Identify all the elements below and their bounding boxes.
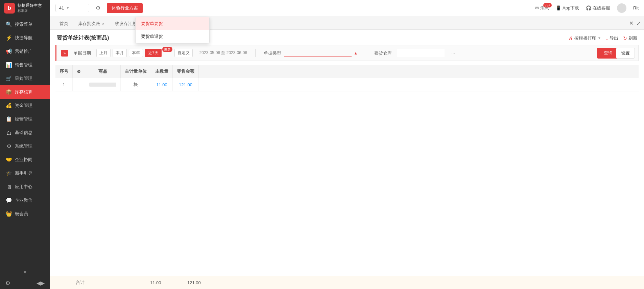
print-icon: 🖨 <box>568 36 573 41</box>
col-qty: 主数量 <box>151 65 173 78</box>
sidebar-header: b 畅捷通好生意 标准版 <box>0 0 50 16</box>
sidebar-item-basic[interactable]: 🗂基础信息 <box>0 126 50 139</box>
sidebar-nav: 🔍搜索菜单⚡快捷导航📢营销推广📊销售管理🛒采购管理📦库存核算💰资金管理📋经营管理… <box>0 16 50 268</box>
gear-icon: ⚙ <box>96 5 100 11</box>
type-filter-label: 单据类型 <box>264 50 281 56</box>
recent7-btn[interactable]: 近7天 <box>145 49 162 57</box>
header-settings-btn[interactable]: ⚙ <box>93 3 103 13</box>
date-range-display: 2023-05-06 至 2023-06-06 <box>199 50 247 56</box>
app-download-label: App下载 <box>563 5 579 11</box>
corp-wechat-icon: 💬 <box>5 197 12 204</box>
cell-extra <box>199 78 639 91</box>
sidebar-item-label: 快捷导航 <box>15 35 32 41</box>
operation-icon: 📋 <box>5 116 12 123</box>
sidebar-item-label: 企业协同 <box>15 157 32 163</box>
product-placeholder <box>89 83 116 87</box>
sidebar-item-label: 畅会员 <box>15 211 28 217</box>
sidebar-item-coop[interactable]: 🤝企业协同 <box>0 153 50 166</box>
sidebar-item-search[interactable]: 🔍搜索菜单 <box>0 18 50 31</box>
sidebar-item-inventory[interactable]: 📦库存核算 <box>0 85 50 99</box>
sidebar-item-member[interactable]: 👑畅会员 <box>0 207 50 221</box>
sidebar-scroll-down[interactable]: ▼ <box>0 268 50 277</box>
filter-type-section: 单据类型 ▲ <box>264 49 358 57</box>
basic-icon: 🗂 <box>5 129 12 136</box>
refresh-btn[interactable]: ↻ 刷新 <box>623 35 637 41</box>
cell-settings <box>73 78 85 91</box>
sidebar-settings-icon[interactable]: ⚙ <box>5 280 10 286</box>
message-icon: ✉ <box>535 5 539 10</box>
sidebar-item-label: 搜索菜单 <box>15 21 32 27</box>
sidebar-item-app-center[interactable]: 🖥应用中心 <box>0 180 50 194</box>
quick-nav-icon: ⚡ <box>5 35 12 41</box>
sidebar-item-label: 销售管理 <box>15 62 32 68</box>
user-name: Rit <box>633 5 639 10</box>
tab-home[interactable]: 首页 <box>55 18 72 29</box>
warehouse-input[interactable] <box>397 49 445 57</box>
print-btn[interactable]: 🖨 按模板打印 ▼ <box>568 35 601 41</box>
date-filter-label: 单据日期 <box>73 50 91 56</box>
sidebar-item-label: 采购管理 <box>15 75 32 82</box>
sidebar-item-label: 企业微信 <box>15 197 32 203</box>
search-icon: 🔍 <box>5 21 12 28</box>
sidebar-item-purchase[interactable]: 🛒采购管理 <box>0 72 50 85</box>
sidebar-item-finance[interactable]: 💰资金管理 <box>0 99 50 112</box>
tabs-right-actions: ✕ ⤢ <box>629 20 641 26</box>
recent-badge: 更多 <box>162 47 172 52</box>
table-footer: 合计 11.00 121.00 <box>50 276 644 289</box>
filter-more-dots[interactable]: ··· <box>451 50 455 55</box>
member-icon: 👑 <box>5 210 12 217</box>
sidebar-item-quick-nav[interactable]: ⚡快捷导航 <box>0 31 50 45</box>
sidebar-item-operation[interactable]: 📋经营管理 <box>0 112 50 126</box>
date-buttons: 上月 本月 本年 近7天 更多 自定义 <box>96 49 193 57</box>
company-name: 41 <box>59 5 64 10</box>
this-year-btn[interactable]: 本年 <box>129 49 143 57</box>
user-avatar[interactable] <box>617 3 626 13</box>
sidebar-collapse-icon[interactable]: ◀▶ <box>37 280 45 286</box>
filter-collapse-btn[interactable]: » <box>61 50 68 57</box>
print-dropdown-arrow[interactable]: ▼ <box>598 36 601 40</box>
sidebar-item-system[interactable]: ⚙系统管理 <box>0 139 50 153</box>
refresh-icon: ↻ <box>623 36 627 41</box>
settings-filter-btn[interactable]: 设置 <box>616 48 635 59</box>
trial-btn[interactable]: 体验行业方案 <box>107 3 143 13</box>
app-brand: 畅捷通好生意 标准版 <box>18 3 42 13</box>
app-logo: b <box>4 3 15 14</box>
expand-tab-btn[interactable]: ⤢ <box>636 20 641 26</box>
export-icon: ↓ <box>606 36 608 41</box>
sidebar-item-label: 经营管理 <box>15 116 32 122</box>
type-input[interactable] <box>284 49 352 57</box>
sidebar-item-guide[interactable]: 🎓新手引导 <box>0 166 50 180</box>
type-dropdown: 要货单要货 要货单退货 <box>135 30 210 43</box>
sidebar-item-marketing[interactable]: 📢营销推广 <box>0 45 50 58</box>
custom-date-btn[interactable]: 自定义 <box>174 49 193 57</box>
col-amount: 零售金额 <box>173 65 199 78</box>
export-btn[interactable]: ↓ 导出 <box>606 35 618 41</box>
company-dropdown-arrow: ▼ <box>66 6 69 10</box>
col-seq: 序号 <box>55 65 73 78</box>
sales-icon: 📊 <box>5 62 12 68</box>
this-month-btn[interactable]: 本月 <box>113 49 127 57</box>
app-download-btn[interactable]: 📱 App下载 <box>556 5 579 11</box>
marketing-icon: 📢 <box>5 48 12 55</box>
dropdown-item-order-return[interactable]: 要货单退货 <box>136 30 209 43</box>
tab-close-inventory-batch[interactable]: × <box>102 22 104 26</box>
finance-icon: 💰 <box>5 102 12 109</box>
warehouse-label: 要货仓库 <box>374 50 392 56</box>
col-settings[interactable]: ⚙ <box>73 65 85 78</box>
page-actions: 🖨 按模板打印 ▼ ↓ 导出 ↻ 刷新 <box>568 35 637 41</box>
header-right: ✉ 消息 99+ 📱 App下载 🎧 在线客服 Rit <box>535 3 639 13</box>
tab-inventory-batch[interactable]: 库存批次账 × <box>73 18 109 29</box>
sidebar-item-sales[interactable]: 📊销售管理 <box>0 58 50 72</box>
company-selector[interactable]: 41 ▼ <box>55 4 89 12</box>
close-all-tabs-btn[interactable]: ✕ <box>629 20 634 26</box>
footer-total-label: 合计 <box>55 280 123 286</box>
sidebar-item-label: 应用中心 <box>15 184 32 190</box>
sidebar-item-corp-wechat[interactable]: 💬企业微信 <box>0 194 50 207</box>
online-service-btn[interactable]: 🎧 在线客服 <box>586 5 610 11</box>
footer-total-qty: 11.00 <box>123 280 174 285</box>
messages-btn[interactable]: ✉ 消息 99+ <box>535 5 549 11</box>
cell-amount: 121.00 <box>173 78 199 91</box>
prev-month-btn[interactable]: 上月 <box>96 49 111 57</box>
type-dropdown-arrow[interactable]: ▲ <box>354 51 358 55</box>
table-wrapper: 序号 ⚙ 商品 主计量单位 主数量 零售金额 1 <box>55 65 639 276</box>
